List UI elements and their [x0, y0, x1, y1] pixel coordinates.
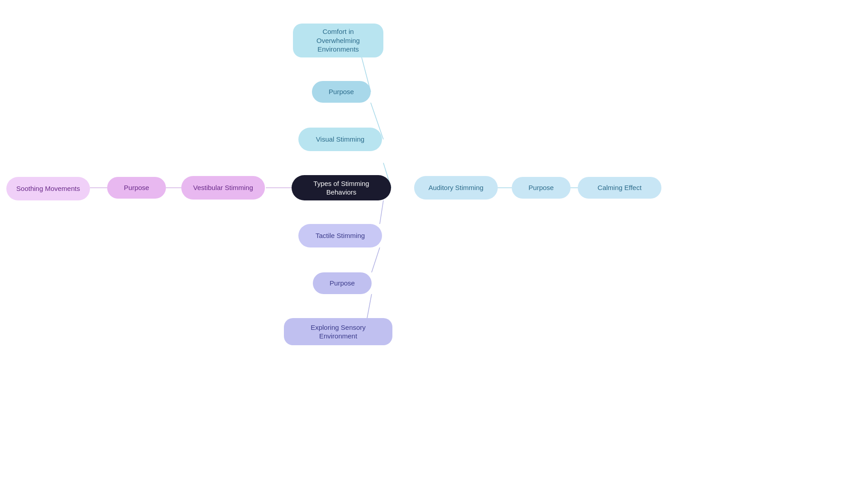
purpose-left-node[interactable]: Purpose: [107, 177, 166, 199]
purpose-left-label: Purpose: [116, 179, 157, 197]
purpose-right-label: Purpose: [520, 179, 562, 197]
calming-effect-label: Calming Effect: [590, 179, 650, 197]
center-node[interactable]: Types of Stimming Behaviors: [292, 175, 391, 200]
vestibular-stimming-label: Vestibular Stimming: [185, 179, 261, 197]
exploring-label: Exploring Sensory Environment: [284, 319, 392, 345]
exploring-node[interactable]: Exploring Sensory Environment: [284, 318, 392, 345]
purpose-top-label: Purpose: [321, 83, 362, 101]
visual-stimming-node[interactable]: Visual Stimming: [298, 128, 382, 151]
mindmap-canvas: Types of Stimming Behaviors Visual Stimm…: [0, 0, 868, 490]
svg-line-10: [372, 247, 380, 272]
visual-stimming-label: Visual Stimming: [308, 130, 373, 148]
auditory-stimming-label: Auditory Stimming: [420, 179, 492, 197]
auditory-stimming-node[interactable]: Auditory Stimming: [414, 176, 498, 200]
vestibular-stimming-node[interactable]: Vestibular Stimming: [181, 176, 265, 200]
soothing-label: Soothing Movements: [8, 180, 88, 198]
svg-line-11: [367, 294, 372, 318]
svg-line-9: [380, 200, 383, 224]
tactile-stimming-label: Tactile Stimming: [307, 227, 373, 245]
comfort-node[interactable]: Comfort in Overwhelming Environments: [293, 24, 383, 57]
purpose-top-node[interactable]: Purpose: [312, 81, 371, 103]
soothing-node[interactable]: Soothing Movements: [6, 177, 90, 200]
purpose-bottom-node[interactable]: Purpose: [313, 272, 372, 294]
purpose-bottom-label: Purpose: [321, 274, 363, 292]
calming-effect-node[interactable]: Calming Effect: [578, 177, 661, 199]
purpose-right-node[interactable]: Purpose: [512, 177, 571, 199]
center-label: Types of Stimming Behaviors: [292, 175, 391, 201]
tactile-stimming-node[interactable]: Tactile Stimming: [298, 224, 382, 247]
comfort-label: Comfort in Overwhelming Environments: [293, 23, 383, 58]
connections-svg: [0, 0, 868, 490]
